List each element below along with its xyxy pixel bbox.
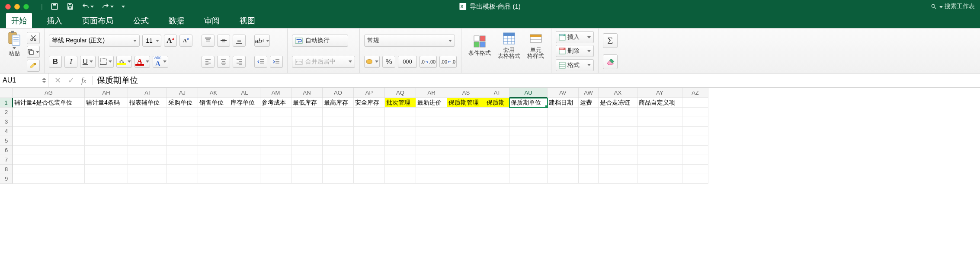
name-box[interactable] [0,73,48,87]
cell[interactable] [128,136,167,146]
cell[interactable] [323,127,354,136]
search-sheet[interactable]: 搜索工作表 [931,3,975,10]
cell[interactable] [579,117,599,127]
cell[interactable] [637,108,682,117]
cell[interactable] [416,146,447,155]
save-button[interactable] [66,3,74,10]
cell[interactable] [323,117,354,127]
cell[interactable] [323,165,354,174]
cell[interactable] [447,165,485,174]
enter-formula-button[interactable]: ✓ [68,76,74,85]
cell[interactable]: 辅计量4是否包装单位 [13,98,85,108]
cell[interactable] [579,127,599,136]
cell[interactable] [599,146,637,155]
cell[interactable] [354,155,385,165]
cell[interactable] [291,127,323,136]
bold-button[interactable]: B [49,56,62,68]
cell[interactable] [13,127,85,136]
cell[interactable] [291,136,323,146]
cell[interactable] [385,117,416,127]
cell[interactable] [291,108,323,117]
cell[interactable] [447,117,485,127]
cell[interactable] [260,127,291,136]
column-header[interactable]: AV [548,88,579,98]
cell[interactable]: 辅计量4条码 [85,98,128,108]
undo-button[interactable] [82,3,94,10]
worksheet-grid[interactable]: AGAHAIAJAKALAMANAOAPAQARASATAUAVAWAXAYAZ… [0,88,980,267]
cell[interactable] [128,155,167,165]
cell[interactable]: 运费 [579,98,599,108]
cell[interactable] [509,165,548,174]
cell[interactable] [385,155,416,165]
cell[interactable] [260,174,291,184]
cell[interactable] [509,155,548,165]
cell[interactable] [509,117,548,127]
cell[interactable] [198,174,229,184]
cell[interactable]: 最低库存 [291,98,323,108]
cell[interactable] [354,165,385,174]
cell[interactable] [229,108,260,117]
italic-button[interactable]: I [64,56,77,68]
cell[interactable] [323,174,354,184]
cell[interactable] [548,117,579,127]
cell[interactable] [13,108,85,117]
cell[interactable] [416,165,447,174]
cell[interactable] [485,127,509,136]
merge-center-button[interactable]: 合并后居中 [292,56,355,68]
cell[interactable] [682,117,708,127]
cell[interactable] [229,165,260,174]
column-header[interactable]: AL [229,88,260,98]
cell[interactable] [198,127,229,136]
formula-input-wrap[interactable] [93,76,980,85]
cell[interactable] [548,127,579,136]
cell[interactable] [260,136,291,146]
cell[interactable]: 报表辅单位 [128,98,167,108]
cell[interactable] [485,146,509,155]
row-header[interactable]: 2 [0,108,13,117]
cell[interactable] [599,136,637,146]
cell[interactable] [637,136,682,146]
cell[interactable] [509,136,548,146]
cell[interactable] [385,136,416,146]
column-header[interactable]: AS [447,88,485,98]
cell[interactable] [485,174,509,184]
font-family-input[interactable] [52,37,131,44]
cell[interactable] [385,174,416,184]
cell[interactable] [198,117,229,127]
column-header[interactable]: AO [323,88,354,98]
cell[interactable] [354,117,385,127]
row-headers[interactable]: 123456789 [0,98,13,184]
row-header[interactable]: 5 [0,136,13,146]
column-header[interactable]: AK [198,88,229,98]
cell-styles-button[interactable]: 单元 格样式 [525,30,547,60]
sum-button[interactable]: Σ [603,33,618,48]
cell[interactable] [85,117,128,127]
cell[interactable] [167,117,198,127]
cell[interactable] [599,127,637,136]
cell[interactable] [485,136,509,146]
redo-button[interactable] [102,3,114,10]
cell[interactable]: 销售单位 [198,98,229,108]
copy-button[interactable] [27,46,40,58]
cell[interactable] [128,108,167,117]
cell[interactable] [13,165,85,174]
cell[interactable] [447,127,485,136]
decrease-font-button[interactable]: A▾ [179,35,192,47]
cell[interactable] [167,146,198,155]
cell[interactable] [682,174,708,184]
cell[interactable] [682,165,708,174]
cell[interactable] [385,108,416,117]
cell[interactable]: 保质期 [485,98,509,108]
tab-data[interactable]: 数据 [163,13,189,28]
cell[interactable] [13,136,85,146]
cell[interactable]: 保质期单位 [509,98,548,108]
cell[interactable] [198,146,229,155]
format-painter-button[interactable] [27,60,40,72]
cell[interactable]: 商品自定义项 [637,98,682,108]
cell[interactable] [385,146,416,155]
conditional-formatting-button[interactable]: 条件格式 [466,30,493,60]
cell[interactable] [509,146,548,155]
name-box-input[interactable] [3,76,33,84]
cell[interactable] [167,165,198,174]
cell[interactable] [291,174,323,184]
